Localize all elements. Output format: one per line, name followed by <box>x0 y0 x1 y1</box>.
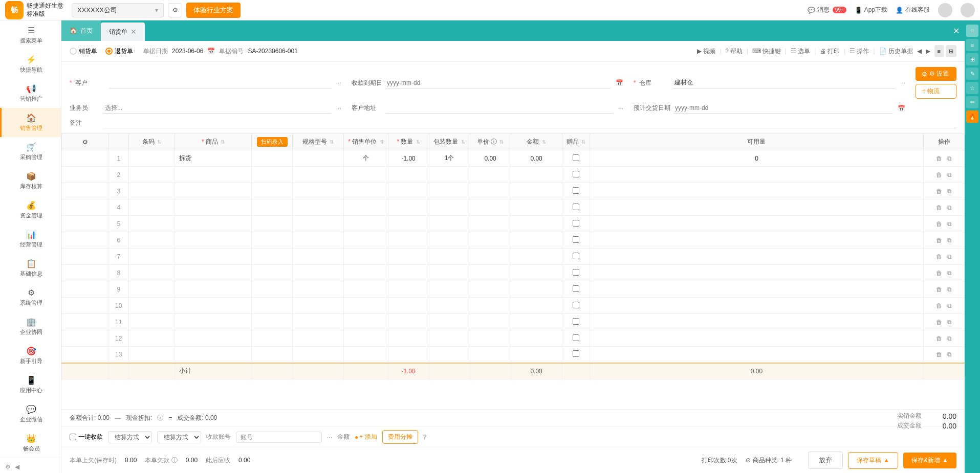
spec-input-10[interactable] <box>297 319 339 326</box>
barcode-input-3[interactable] <box>133 204 170 211</box>
tab-close-icon[interactable]: ✕ <box>130 28 137 36</box>
warehouse-dots-icon[interactable]: ··· <box>900 79 905 86</box>
next-record-icon[interactable]: ▶ <box>926 48 930 55</box>
table-settings-col[interactable]: ⚙ <box>62 134 108 150</box>
trial-button[interactable]: 体验行业方案 <box>186 3 241 18</box>
expense-split-button[interactable]: 费用分摊 <box>382 430 418 444</box>
copy-icon[interactable]: ⧉ <box>947 171 952 178</box>
help-link[interactable]: ? 帮助 <box>725 47 743 56</box>
settings-gear-icon[interactable]: ⚙ <box>168 3 182 17</box>
copy-icon[interactable]: ⧉ <box>947 319 952 326</box>
gift-checkbox-7[interactable] <box>573 269 579 276</box>
delete-icon[interactable]: 🗑 <box>936 269 942 277</box>
payment-method-select[interactable]: 结算方式 <box>108 431 152 443</box>
due-date-input[interactable] <box>385 78 611 88</box>
rs-item-1[interactable]: ≡ <box>966 25 978 37</box>
address-dots-icon[interactable]: ··· <box>618 105 623 112</box>
sidebar-item-marketing[interactable]: 📢 营销推广 <box>0 79 61 108</box>
view-list-btn[interactable]: ≡ <box>934 45 944 57</box>
add-payment-button[interactable]: ● + 添加 <box>355 433 377 441</box>
save-new-button[interactable]: 保存&新增 ▲ <box>903 453 956 468</box>
shortcut-link[interactable]: ⌨ 快捷键 <box>752 47 781 56</box>
sidebar-item-capital[interactable]: 💰 资金管理 <box>0 195 61 224</box>
remark-input[interactable] <box>103 118 956 128</box>
sidebar-item-operation[interactable]: 📊 经营管理 <box>0 224 61 254</box>
spec-input-2[interactable] <box>297 188 339 195</box>
spec-input-9[interactable] <box>297 302 339 309</box>
gift-checkbox-6[interactable] <box>573 253 579 259</box>
messages-button[interactable]: 💬 消息 99+ <box>808 6 846 14</box>
gift-checkbox-12[interactable] <box>573 350 579 357</box>
rs-item-6[interactable]: ✏ <box>966 96 978 108</box>
customer-dots-icon[interactable]: ··· <box>336 79 341 86</box>
sidebar-collapse-icon[interactable]: ◀ <box>15 463 19 470</box>
video-link[interactable]: ▶ 视频 <box>697 47 715 56</box>
rs-item-2[interactable]: ≡ <box>966 39 978 51</box>
barcode-input-9[interactable] <box>133 302 170 309</box>
spec-input-11[interactable] <box>297 335 339 342</box>
barcode-input-5[interactable] <box>133 237 170 244</box>
delete-icon[interactable]: 🗑 <box>936 220 942 228</box>
spec-input-1[interactable] <box>297 171 339 178</box>
salesperson-input[interactable] <box>103 103 331 114</box>
copy-icon[interactable]: ⧉ <box>947 204 952 211</box>
barcode-input-1[interactable] <box>133 171 170 178</box>
sidebar-item-guide[interactable]: 🎯 新手引导 <box>0 341 61 370</box>
tab-home[interactable]: 🏠 首页 <box>61 20 101 41</box>
tab-sales-order[interactable]: 销货单 ✕ <box>101 22 145 41</box>
delete-icon[interactable]: 🗑 <box>936 335 942 342</box>
history-link[interactable]: 📄 历史单据 <box>879 47 913 56</box>
account-input[interactable] <box>236 432 322 443</box>
sidebar-item-member[interactable]: 👑 畅会员 <box>0 429 61 458</box>
salesperson-dots-icon[interactable]: ··· <box>336 105 341 112</box>
sidebar-item-sales[interactable]: 🏠 销售管理 <box>0 108 61 137</box>
copy-icon[interactable]: ⧉ <box>947 155 952 162</box>
spec-input-12[interactable] <box>297 351 339 358</box>
date-calendar-icon[interactable]: 📅 <box>207 48 215 55</box>
spec-input-8[interactable] <box>297 286 339 293</box>
return-order-radio[interactable]: 退货单 <box>105 47 133 56</box>
copy-icon[interactable]: ⧉ <box>947 220 952 228</box>
copy-icon[interactable]: ⧉ <box>947 286 952 293</box>
spec-input-7[interactable] <box>297 269 339 277</box>
app-download-button[interactable]: 📱 App下载 <box>855 6 887 14</box>
scan-button[interactable]: 扫码录入 <box>257 137 288 147</box>
select-link[interactable]: ☰ 选单 <box>791 47 810 56</box>
spec-input-6[interactable] <box>297 253 339 260</box>
barcode-input-4[interactable] <box>133 220 170 228</box>
barcode-input-10[interactable] <box>133 319 170 326</box>
due-date-calendar-icon[interactable]: 📅 <box>616 79 623 86</box>
barcode-input-6[interactable] <box>133 253 170 260</box>
sidebar-item-search[interactable]: ☰ 搜索菜单 <box>0 20 61 50</box>
spec-input-3[interactable] <box>297 204 339 211</box>
sales-order-radio[interactable]: 销货单 <box>70 47 97 56</box>
delete-icon[interactable]: 🗑 <box>936 171 942 178</box>
delete-icon[interactable]: 🗑 <box>936 351 942 358</box>
spec-input-0[interactable] <box>297 155 339 162</box>
delete-icon[interactable]: 🗑 <box>936 237 942 244</box>
delete-icon[interactable]: 🗑 <box>936 155 942 162</box>
goods-type-label[interactable]: ⊙ 商品种类: 1 种 <box>746 456 792 465</box>
sidebar-item-basic[interactable]: 📋 基础信息 <box>0 254 61 283</box>
copy-icon[interactable]: ⧉ <box>947 188 952 195</box>
print-link[interactable]: 🖨 打印 <box>820 47 840 56</box>
avatar-2[interactable] <box>961 3 975 17</box>
sidebar-item-wechat[interactable]: 💬 企业微信 <box>0 399 61 429</box>
rs-item-4[interactable]: ✎ <box>966 67 978 80</box>
gift-checkbox-2[interactable] <box>573 187 579 194</box>
sidebar-item-system[interactable]: ⚙ 系统管理 <box>0 283 61 312</box>
gift-checkbox-4[interactable] <box>573 220 579 227</box>
expected-date-calendar-icon[interactable]: 📅 <box>898 105 905 112</box>
delete-icon[interactable]: 🗑 <box>936 302 942 309</box>
barcode-input-11[interactable] <box>133 335 170 342</box>
prev-record-icon[interactable]: ◀ <box>917 48 922 55</box>
customer-input[interactable] <box>109 78 331 88</box>
company-selector[interactable]: XXXXXX公司 ▾ <box>72 3 164 17</box>
delete-icon[interactable]: 🗑 <box>936 286 942 293</box>
spec-input-4[interactable] <box>297 220 339 228</box>
copy-icon[interactable]: ⧉ <box>947 237 952 244</box>
rs-item-3[interactable]: ⊞ <box>966 53 978 65</box>
gift-checkbox-10[interactable] <box>573 318 579 325</box>
online-service-button[interactable]: 👤 在线客服 <box>896 6 930 14</box>
barcode-input-8[interactable] <box>133 286 170 293</box>
